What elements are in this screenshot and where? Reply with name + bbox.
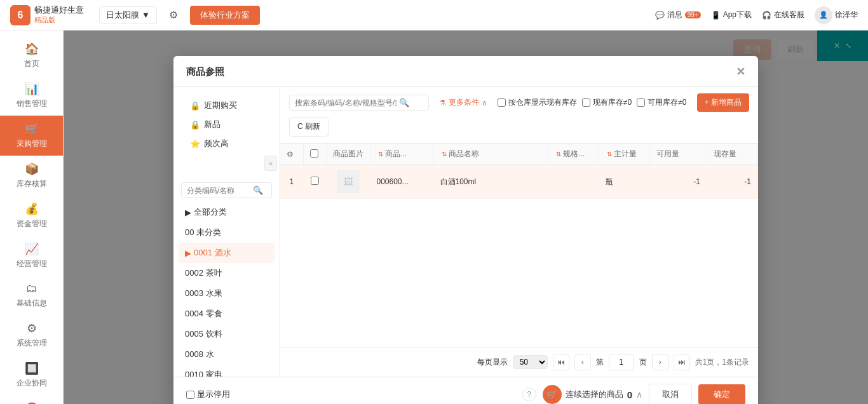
cat-item-0001[interactable]: ▶ 0001 酒水	[179, 243, 275, 263]
sidebar-item-operations[interactable]: 📈 经营管理	[0, 236, 63, 276]
logo-icon: 6	[10, 5, 31, 25]
product-search-box[interactable]: 🔍	[289, 95, 429, 111]
cart-collapse-icon[interactable]: ∧	[636, 389, 642, 400]
th-img-label: 商品图片	[333, 149, 363, 158]
last-page-button[interactable]: ⏭	[674, 354, 690, 370]
help-icon[interactable]: ?	[522, 387, 536, 401]
modal-left-panel: 🔒 近期购买 🔒 新品 ⭐ 频次高	[173, 87, 280, 377]
page-size-label: 每页显示	[477, 357, 508, 368]
sidebar-item-enterprise[interactable]: 🔲 企业协同	[0, 355, 63, 395]
nav-message[interactable]: 💬 消息 99+	[655, 10, 701, 20]
sidebar-item-home[interactable]: 🏠 首页	[0, 36, 63, 76]
td-product-name: 白酒100ml	[433, 165, 548, 199]
user-name: 徐泽华	[835, 10, 858, 20]
page-number-input[interactable]	[609, 354, 634, 370]
cat-item-uncategorized[interactable]: 00 未分类	[179, 222, 275, 243]
filter-available-stock[interactable]: 可用库存≠0	[637, 97, 686, 108]
nav-right-area: 💬 消息 99+ 📱 App下载 🎧 在线客服 👤 徐泽华	[655, 6, 858, 24]
confirm-button[interactable]: 确定	[698, 384, 745, 404]
td-product-avail: -1	[650, 165, 707, 199]
cat-item-0004[interactable]: 0004 零食	[179, 304, 275, 324]
sidebar-item-inventory[interactable]: 📦 库存核算	[0, 156, 63, 196]
sidebar-item-sales[interactable]: 📊 销售管理	[0, 76, 63, 116]
collapse-panel-button[interactable]: «	[264, 156, 277, 171]
cat-item-0002[interactable]: 0002 茶叶	[179, 263, 275, 283]
sort-arrow-unit: ⇅	[607, 151, 612, 158]
sidebar-label-home: 首页	[24, 58, 39, 69]
inventory-icon: 📦	[25, 162, 39, 176]
add-product-button[interactable]: + 新增商品	[697, 93, 749, 112]
sidebar: 🏠 首页 📊 销售管理 🛒 采购管理 📦 库存核算 💰 资金管理 📈 经营管理 …	[0, 30, 64, 404]
category-search-box[interactable]: 🔍	[181, 182, 272, 198]
nav-user[interactable]: 👤 徐泽华	[815, 6, 858, 24]
sidebar-item-procurement[interactable]: 🛒 采购管理	[0, 116, 63, 156]
settings-gear-icon[interactable]: ⚙	[165, 6, 182, 24]
chevron-up-icon: ∧	[482, 98, 487, 107]
cat-item-all[interactable]: ▶ 全部分类	[179, 202, 275, 222]
cat-item-0005[interactable]: 0005 饮料	[179, 324, 275, 344]
quick-item-frequent[interactable]: ⭐ 频次高	[184, 134, 269, 153]
product-search-input[interactable]	[295, 98, 397, 107]
headset-icon: 🎧	[762, 11, 771, 20]
filter-available-stock-checkbox[interactable]	[637, 98, 645, 107]
th-check	[303, 144, 326, 165]
td-row-num: 1	[280, 165, 303, 199]
th-unit[interactable]: ⇅ 主计量	[599, 144, 650, 165]
next-page-button[interactable]: ›	[652, 354, 668, 370]
select-all-checkbox[interactable]	[310, 149, 318, 158]
quick-item-recent[interactable]: 🔒 近期购买	[184, 96, 269, 115]
experience-button[interactable]: 体验行业方案	[190, 6, 260, 25]
category-search-input[interactable]	[187, 186, 250, 195]
td-row-check[interactable]	[303, 165, 326, 199]
arrow-right-icon: ▶	[185, 208, 191, 217]
filter-more-button[interactable]: ⚗ 更多条件 ∧	[434, 95, 492, 111]
sidebar-item-basic-info[interactable]: 🗂 基础信息	[0, 276, 63, 315]
finance-icon: 💰	[25, 202, 39, 216]
th-name[interactable]: ⇅ 商品名称	[433, 144, 548, 165]
show-disabled-checkbox[interactable]	[186, 391, 194, 399]
sidebar-item-finance[interactable]: 💰 资金管理	[0, 196, 63, 236]
row-checkbox[interactable]	[311, 177, 319, 185]
sidebar-label-inventory: 库存核算	[17, 178, 47, 189]
th-name-label: 商品名称	[449, 149, 479, 158]
filter-existing-stock-label: 按仓库显示现有库存	[508, 97, 577, 108]
nav-online-service[interactable]: 🎧 在线客服	[762, 10, 804, 20]
cat-item-0003[interactable]: 0003 水果	[179, 283, 275, 304]
prev-page-button[interactable]: ‹	[574, 354, 591, 370]
th-code[interactable]: ⇅ 商品...	[370, 144, 433, 165]
page-size-select[interactable]: 50 20 100	[513, 355, 548, 369]
modal-close-button[interactable]: ✕	[736, 65, 745, 79]
table-row[interactable]: 1 🖼 000600...	[280, 165, 758, 199]
filter-nonzero-stock[interactable]: 现有库存≠0	[582, 97, 632, 108]
new-product-icon: 🔒	[190, 120, 200, 130]
cart-icon[interactable]: 🛒	[543, 385, 562, 404]
cancel-button[interactable]: 取消	[649, 384, 692, 404]
category-search-icon: 🔍	[253, 185, 263, 195]
cat-item-0010[interactable]: 0010 家电	[179, 365, 275, 377]
table-settings-icon[interactable]: ⚙	[287, 150, 294, 159]
th-spec[interactable]: ⇅ 规格...	[548, 144, 599, 165]
filter-existing-stock-checkbox[interactable]	[498, 98, 506, 107]
sidebar-label-operations: 经营管理	[17, 259, 47, 269]
cat-item-0008[interactable]: 0008 水	[179, 344, 275, 365]
logo-area: 6 畅捷通好生意 精品版	[10, 5, 84, 25]
logo-main-text: 畅捷通好生意	[34, 5, 84, 16]
filter-nonzero-stock-checkbox[interactable]	[582, 98, 590, 107]
enterprise-icon: 🔲	[25, 361, 39, 375]
table-pagination: 每页显示 50 20 100 ⏮ ‹ 第 页 › ⏭ 共1页，1条记录	[280, 347, 758, 377]
procurement-icon: 🛒	[25, 122, 39, 136]
store-selector[interactable]: 日太阳膜 ▼	[99, 6, 157, 24]
quick-item-new[interactable]: 🔒 新品	[184, 115, 269, 134]
sidebar-item-guide[interactable]: 🎯 新手引导	[0, 395, 63, 404]
cat-label-0008: 0008 水	[185, 349, 214, 360]
sidebar-item-system[interactable]: ⚙ 系统管理	[0, 315, 63, 355]
search-icon: 🔍	[399, 98, 409, 107]
filter-existing-stock[interactable]: 按仓库显示现有库存	[498, 97, 577, 108]
quick-access-section: 🔒 近期购买 🔒 新品 ⭐ 频次高	[173, 93, 280, 156]
nav-app-download[interactable]: 📱 App下载	[711, 10, 752, 20]
first-page-button[interactable]: ⏮	[553, 354, 569, 370]
cat-label-0010: 0010 家电	[185, 369, 222, 377]
refresh-button[interactable]: C 刷新	[289, 117, 329, 137]
show-disabled-checkbox-label[interactable]: 显示停用	[186, 389, 230, 400]
table-body: 1 🖼 000600...	[280, 165, 758, 199]
